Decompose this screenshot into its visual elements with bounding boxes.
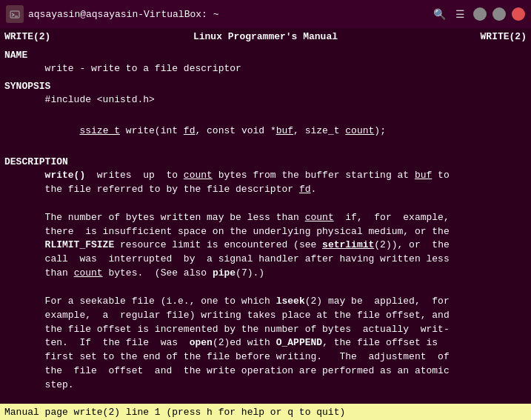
- menu-button[interactable]: ☰: [452, 7, 467, 21]
- buf-param: buf: [276, 125, 293, 136]
- search-button[interactable]: 🔍: [432, 7, 447, 21]
- synopsis-section-title: SYNOPSIS: [4, 81, 527, 92]
- desc-line-2: the file referred to by the file descrip…: [4, 183, 527, 197]
- o-append-ref: O_APPEND: [276, 337, 322, 348]
- desc-line-5: RLIMIT_FSIZE resource limit is encounter…: [4, 239, 527, 253]
- desc-line-12: first set to the end of the file before …: [4, 350, 527, 364]
- terminal-icon: [6, 5, 24, 23]
- man-content: NAME write - write to a file descriptor …: [4, 47, 527, 402]
- svg-rect-0: [10, 11, 19, 18]
- ssize-t: ssize_t: [79, 125, 120, 136]
- buf-ref-1: buf: [415, 170, 432, 181]
- titlebar-left: aqsayasin@aqsayasin-VirtualBox: ~: [6, 5, 218, 23]
- desc-line-6: call was interrupted by a signal handler…: [4, 253, 527, 267]
- desc-spacer-2: [4, 281, 527, 295]
- rlimit-ref: RLIMIT_FSIZE: [45, 239, 115, 250]
- desc-line-9: example, a regular file) writing takes p…: [4, 309, 527, 323]
- setrlimit-ref: setrlimit: [322, 239, 374, 250]
- fd-param: fd: [184, 125, 196, 136]
- open-ref: open: [190, 337, 213, 348]
- desc-line-13: the file offset and the write operation …: [4, 364, 527, 379]
- desc-line-1: write() writes up to count bytes from th…: [4, 169, 527, 183]
- count-ref-2: count: [305, 212, 334, 223]
- maximize-button[interactable]: □: [492, 7, 506, 21]
- synopsis-func: ssize_t write(int fd, const void *buf, s…: [4, 110, 527, 153]
- pipe-ref: pipe: [213, 267, 236, 279]
- desc-spacer-1: [4, 197, 527, 211]
- man-header: WRITE(2) Linux Programmer's Manual WRITE…: [4, 31, 527, 42]
- close-button[interactable]: ✕: [512, 7, 525, 21]
- terminal-content: WRITE(2) Linux Programmer's Manual WRITE…: [0, 28, 531, 404]
- man-header-center: Linux Programmer's Manual: [193, 31, 338, 42]
- desc-line-14: step.: [4, 379, 527, 393]
- statusbar: Manual page write(2) line 1 (press h for…: [0, 404, 531, 420]
- synopsis-include: #include <unistd.h>: [4, 93, 527, 107]
- name-text: write - write to a file descriptor: [4, 62, 527, 76]
- desc-line-7: than count bytes. (See also pipe(7).): [4, 267, 527, 281]
- desc-line-4: there is insufficient space on the under…: [4, 225, 527, 239]
- lseek-ref: lseek: [276, 296, 305, 307]
- man-header-right: WRITE(2): [481, 31, 527, 42]
- desc-line-8: For a seekable file (i.e., one to which …: [4, 295, 527, 309]
- count-ref-1: count: [184, 170, 213, 181]
- minimize-button[interactable]: −: [473, 7, 487, 21]
- count-param: count: [345, 125, 374, 136]
- man-header-left: WRITE(2): [4, 31, 50, 42]
- description-section-title: DESCRIPTION: [4, 156, 527, 167]
- window-title: aqsayasin@aqsayasin-VirtualBox: ~: [28, 9, 218, 20]
- titlebar: aqsayasin@aqsayasin-VirtualBox: ~ 🔍 ☰ − …: [0, 0, 531, 28]
- desc-line-3: The number of bytes written may be less …: [4, 211, 527, 225]
- count-ref-3: count: [74, 267, 103, 279]
- statusbar-text: Manual page write(2) line 1 (press h for…: [4, 407, 345, 418]
- desc-line-11: ten. If the file was open(2)ed with O_AP…: [4, 336, 527, 350]
- write-func-name: write(): [45, 170, 86, 181]
- name-section-title: NAME: [4, 50, 527, 61]
- titlebar-controls: 🔍 ☰ − □ ✕: [432, 7, 525, 21]
- fd-ref-1: fd: [299, 184, 311, 195]
- desc-line-10: the file offset is incremented by the nu…: [4, 323, 527, 337]
